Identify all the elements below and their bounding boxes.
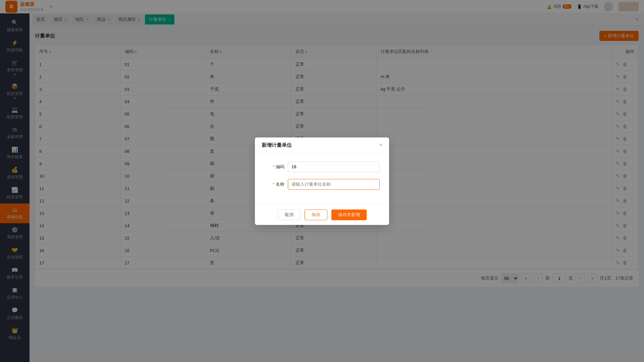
save-button[interactable]: 保存: [305, 209, 327, 220]
add-unit-modal: 新增计量单位 × * 编码 * 名称 取消 保存 保存并新增: [255, 137, 389, 225]
form-row-name: * 名称: [264, 179, 380, 190]
required-star: *: [273, 164, 274, 169]
name-input[interactable]: [288, 179, 380, 190]
modal-close-btn[interactable]: ×: [379, 142, 382, 148]
modal-overlay: 新增计量单位 × * 编码 * 名称 取消 保存 保存并新增: [0, 0, 644, 362]
modal-footer: 取消 保存 保存并新增: [255, 204, 389, 225]
modal-title: 新增计量单位: [262, 142, 292, 148]
code-label: * 编码: [264, 164, 284, 170]
modal-header: 新增计量单位 ×: [255, 137, 389, 154]
save-new-button[interactable]: 保存并新增: [331, 209, 367, 220]
required-star: *: [273, 182, 274, 187]
code-input[interactable]: [288, 162, 380, 172]
modal-body: * 编码 * 名称: [255, 154, 389, 204]
form-row-code: * 编码: [264, 162, 380, 172]
name-label: * 名称: [264, 181, 284, 187]
cancel-button[interactable]: 取消: [278, 209, 301, 220]
